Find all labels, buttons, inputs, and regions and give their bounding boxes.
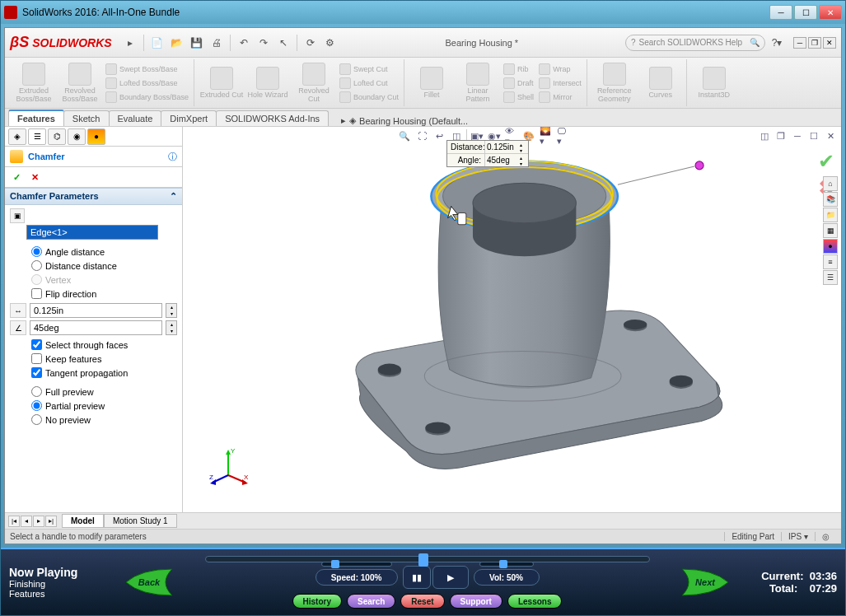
outer-window-titlebar[interactable]: SolidWorks 2016: All-In-One Bundle ─ ☐ ✕ (1, 1, 845, 24)
outer-maximize-button[interactable]: ☐ (794, 5, 817, 20)
tab-nav-prev-icon[interactable]: ◂ (21, 516, 32, 527)
outer-minimize-button[interactable]: ─ (769, 5, 792, 20)
swept-cut-button[interactable]: Swept Cut (338, 63, 400, 76)
player-history-button[interactable]: History (292, 594, 342, 609)
options-icon[interactable]: ⚙ (322, 35, 339, 51)
swept-boss-button[interactable]: Swept Boss/Base (104, 63, 190, 76)
callout-distance-input[interactable] (487, 142, 518, 152)
tab-evaluate[interactable]: Evaluate (109, 110, 162, 126)
help-search-input[interactable]: ? Search SOLIDWORKS Help 🔍 (625, 35, 765, 51)
tab-nav-last-icon[interactable]: ▸| (45, 516, 57, 527)
tab-sketch[interactable]: Sketch (63, 110, 110, 126)
previous-view-icon[interactable]: ↩ (432, 128, 446, 143)
curves-button[interactable]: Curves (638, 67, 683, 100)
task-appearances-icon[interactable]: ● (823, 239, 838, 254)
callout-distance-spinner[interactable]: ▴▾ (520, 142, 528, 153)
linear-pattern-button[interactable]: Linear Pattern (456, 63, 500, 104)
viewport-maximize-icon[interactable]: ☐ (806, 128, 821, 143)
lofted-cut-button[interactable]: Lofted Cut (338, 77, 400, 90)
player-pause-button[interactable]: ▮▮ (403, 566, 431, 589)
status-extra-icon[interactable]: ◎ (815, 532, 836, 541)
revolved-cut-button[interactable]: Revolved Cut (292, 63, 336, 104)
flyout-menu-button[interactable]: ▸ (122, 35, 138, 51)
apply-scene-icon[interactable]: 🌄▾ (539, 128, 554, 143)
inner-close-button[interactable]: ✕ (823, 37, 836, 49)
viewport-close-icon[interactable]: ✕ (823, 128, 838, 143)
print-icon[interactable]: 🖨 (208, 35, 225, 51)
wrap-button[interactable]: Wrap (537, 63, 583, 76)
radio-distance-distance[interactable]: Distance distance (10, 259, 177, 273)
radio-no-preview[interactable]: No preview (10, 413, 177, 427)
outer-close-button[interactable]: ✕ (819, 5, 842, 20)
check-tangent-propagation[interactable]: Tangent propagation (10, 366, 177, 380)
draft-button[interactable]: Draft (502, 77, 535, 90)
inner-restore-button[interactable]: ❐ (808, 37, 821, 49)
orientation-triad[interactable]: Y X Z (208, 446, 249, 488)
shell-button[interactable]: Shell (502, 91, 535, 104)
distance-input[interactable] (30, 303, 162, 318)
player-next-button[interactable]: Next (680, 564, 730, 600)
help-icon[interactable]: ⓘ (168, 151, 177, 163)
radio-partial-preview[interactable]: Partial preview (10, 399, 177, 413)
open-icon[interactable]: 📂 (169, 35, 185, 51)
config-manager-tab-icon[interactable]: ⌬ (48, 128, 66, 145)
rib-button[interactable]: Rib (502, 63, 535, 76)
status-units[interactable]: IPS ▾ (781, 532, 815, 541)
lofted-boss-button[interactable]: Lofted Boss/Base (104, 77, 190, 90)
breadcrumb-expand-icon[interactable]: ▸ (341, 115, 346, 126)
player-lessons-button[interactable]: Lessons (507, 594, 563, 609)
angle-input[interactable] (30, 320, 162, 335)
task-view-palette-icon[interactable]: ▦ (823, 223, 838, 238)
check-select-through-faces[interactable]: Select through faces (10, 338, 177, 352)
player-speed-indicator[interactable]: Speed: 100% (315, 569, 398, 586)
intersect-button[interactable]: Intersect (537, 77, 583, 90)
player-search-button[interactable]: Search (347, 594, 395, 609)
player-progress-slider[interactable] (205, 556, 650, 562)
selection-listbox[interactable]: Edge<1> (26, 225, 158, 240)
distance-spinner[interactable]: ▴▾ (166, 303, 177, 318)
save-icon[interactable]: 💾 (189, 35, 205, 51)
radio-full-preview[interactable]: Full preview (10, 385, 177, 399)
extruded-boss-button[interactable]: Extruded Boss/Base (12, 63, 56, 104)
undo-icon[interactable]: ↶ (236, 35, 252, 51)
dimxpert-manager-tab-icon[interactable]: ◉ (68, 128, 86, 145)
view-settings-icon[interactable]: 🖵▾ (556, 128, 571, 143)
redo-icon[interactable]: ↷ (255, 35, 272, 51)
task-resources-icon[interactable]: ⌂ (823, 176, 838, 191)
tab-motion-study[interactable]: Motion Study 1 (104, 514, 177, 528)
floating-confirm-icon[interactable]: ✔ (818, 150, 834, 173)
task-custom-props-icon[interactable]: ≡ (823, 254, 838, 269)
feature-tree-tab-icon[interactable]: ◈ (8, 128, 26, 145)
task-forum-icon[interactable]: ☰ (823, 270, 838, 285)
dimension-callout[interactable]: Distance: ▴▾ Angle: ▴▾ (446, 140, 529, 167)
revolved-boss-button[interactable]: Revolved Boss/Base (58, 63, 102, 104)
tab-nav-first-icon[interactable]: |◂ (8, 516, 20, 527)
display-manager-tab-icon[interactable]: ● (87, 128, 105, 145)
task-design-library-icon[interactable]: 📚 (823, 192, 838, 207)
ok-button[interactable]: ✓ (10, 170, 23, 184)
player-support-button[interactable]: Support (450, 594, 502, 609)
graphics-viewport[interactable]: 🔍 ⛶ ↩ ◫ ▣▾ ◉▾ 👁▾ 🎨 🌄▾ 🖵▾ ◫ ❐ ─ ☐ (183, 127, 841, 512)
angle-spinner[interactable]: ▴▾ (166, 320, 177, 335)
viewport-task-pane-icon[interactable]: ◫ (757, 128, 772, 143)
player-reset-button[interactable]: Reset (400, 594, 444, 609)
check-flip-direction[interactable]: Flip direction (10, 287, 177, 301)
callout-angle-input[interactable] (487, 156, 518, 165)
task-file-explorer-icon[interactable]: 📁 (823, 208, 838, 222)
extruded-cut-button[interactable]: Extruded Cut (199, 67, 244, 100)
boundary-cut-button[interactable]: Boundary Cut (338, 91, 400, 104)
feature-breadcrumb[interactable]: ▸ ◈ Bearing Housing (Default... (328, 115, 841, 126)
rebuild-icon[interactable]: ⟳ (302, 35, 319, 51)
cancel-button[interactable]: ✕ (28, 170, 41, 184)
instant3d-button[interactable]: Instant3D (692, 67, 736, 100)
fillet-button[interactable]: Fillet (409, 67, 454, 100)
property-manager-tab-icon[interactable]: ☰ (28, 128, 46, 145)
zoom-area-icon[interactable]: ⛶ (414, 128, 429, 143)
player-volume-indicator[interactable]: Vol: 50% (474, 569, 540, 586)
hole-wizard-button[interactable]: Hole Wizard (245, 67, 290, 100)
new-icon[interactable]: 📄 (149, 35, 166, 51)
help-dropdown-icon[interactable]: ?▾ (769, 35, 785, 51)
tab-features[interactable]: Features (8, 110, 64, 126)
viewport-minimize-icon[interactable]: ─ (790, 128, 805, 143)
tab-addins[interactable]: SOLIDWORKS Add-Ins (216, 110, 329, 126)
